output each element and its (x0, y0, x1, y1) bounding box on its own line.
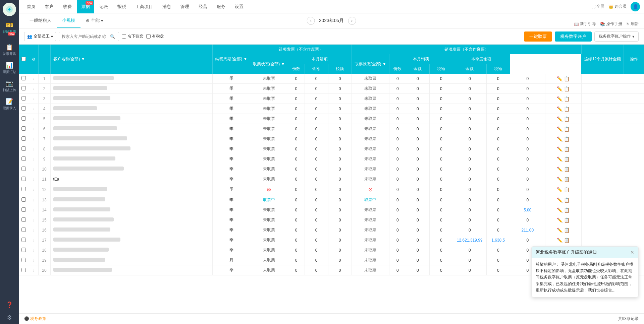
copy-icon[interactable]: 📋 (564, 86, 570, 91)
youshui-checkbox-label[interactable]: 有税盘 (146, 34, 164, 39)
sidebar-item-help[interactable]: ❓ (6, 299, 13, 311)
edit-icon[interactable]: ✏️ (557, 76, 562, 81)
edit-icon[interactable]: ✏️ (557, 96, 562, 102)
row-checkbox[interactable] (21, 126, 26, 131)
youshui-checkbox[interactable] (146, 34, 151, 39)
copy-icon[interactable]: 📋 (564, 177, 570, 182)
edit-icon[interactable]: ✏️ (557, 146, 562, 152)
row-checkbox[interactable] (21, 268, 26, 272)
customer-search[interactable]: 🔍 (59, 32, 119, 41)
shuiwu-caozuo-button[interactable]: 税务数字账户操作 ▾ (594, 31, 639, 42)
tab-yiban[interactable]: 一般纳税人 (24, 13, 57, 28)
sidebar-item-fapiaokaiju[interactable]: 📋 发票开具 (0, 41, 19, 59)
row-checkbox[interactable] (21, 197, 26, 202)
sidebar-item-zhineng[interactable]: 🎫 智能取票 new (0, 19, 19, 41)
employee-select[interactable]: 👥 全部员工 ▾ (24, 32, 56, 41)
th-period[interactable]: 纳税周期(全部) ▼ (213, 45, 250, 74)
tab-xiaogui[interactable]: 小规模 (57, 13, 80, 28)
th-jinxiao-status[interactable]: 取票状态(全部) ▼ (250, 54, 288, 74)
nav-shoufei[interactable]: 收费 (59, 0, 76, 13)
zhangdan-checkbox[interactable] (122, 34, 126, 39)
prev-month-button[interactable]: ‹ (307, 17, 315, 25)
row-checkbox[interactable] (21, 207, 26, 212)
copy-icon[interactable]: 📋 (564, 146, 570, 152)
edit-icon[interactable]: ✏️ (557, 86, 562, 91)
copy-icon[interactable]: 📋 (564, 228, 570, 233)
new-guide-button[interactable]: 📖 新手引导 (574, 21, 596, 27)
zhangdan-checkbox-label[interactable]: 名下账套 (122, 34, 144, 39)
edit-icon[interactable]: ✏️ (557, 238, 562, 243)
nav-jizhan[interactable]: 记账 (95, 0, 112, 13)
copy-icon[interactable]: 📋 (564, 167, 570, 172)
row-checkbox[interactable] (21, 228, 26, 232)
sidebar-item-scan[interactable]: 📷 扫描上传 (0, 77, 19, 95)
edit-icon[interactable]: ✏️ (557, 177, 562, 182)
lianxu-link[interactable]: 5.00 (524, 208, 531, 212)
row-checkbox[interactable] (21, 238, 26, 242)
nav-baoshui[interactable]: 报税 (113, 0, 130, 13)
copy-icon[interactable]: 📋 (564, 156, 570, 162)
sidebar-item-fplurun[interactable]: 📝 票据录入 (0, 95, 19, 113)
copy-icon[interactable]: 📋 (564, 187, 570, 192)
refresh-button[interactable]: ↻ 刷新 (626, 21, 639, 27)
copy-icon[interactable]: 📋 (564, 217, 570, 223)
tab-quanbu[interactable]: ⊕ 全能 ▾ (80, 13, 109, 28)
sidebar-item-settings[interactable]: ⚙ (6, 311, 13, 324)
search-input[interactable] (62, 34, 109, 39)
edit-icon[interactable]: ✏️ (557, 136, 562, 142)
copy-icon[interactable]: 📋 (564, 116, 570, 122)
row-checkbox[interactable] (21, 187, 26, 191)
nav-home[interactable]: 首页 (23, 0, 40, 13)
nav-xiaoxi[interactable]: 消息 (158, 0, 175, 13)
notification-close-button[interactable]: ✕ (630, 250, 634, 255)
th-name[interactable]: 客户名称(全部) ▼ (50, 45, 213, 74)
th-xiaoxiao-status[interactable]: 取票状态(全部) ▼ (352, 54, 389, 74)
edit-icon[interactable]: ✏️ (557, 187, 562, 192)
manual-button[interactable]: 📚 操作手册 (600, 21, 622, 27)
th-settings[interactable]: ⚙ (29, 45, 38, 74)
next-month-button[interactable]: › (348, 17, 356, 25)
row-checkbox[interactable] (21, 86, 26, 90)
row-checkbox[interactable] (21, 248, 26, 252)
copy-icon[interactable]: 📋 (564, 207, 570, 213)
copy-icon[interactable]: 📋 (564, 136, 570, 142)
edit-icon[interactable]: ✏️ (557, 116, 562, 122)
sidebar-item-fphuizong[interactable]: 📊 票据汇总 (0, 59, 19, 77)
user-avatar[interactable]: 👤 (631, 2, 640, 11)
edit-icon[interactable]: ✏️ (557, 106, 562, 112)
nav-shezhi[interactable]: 设置 (231, 0, 248, 13)
nav-kehu[interactable]: 客户 (41, 0, 58, 13)
copy-icon[interactable]: 📋 (564, 238, 570, 243)
row-checkbox[interactable] (21, 106, 26, 111)
row-checkbox[interactable] (21, 156, 26, 161)
edit-icon[interactable]: ✏️ (557, 197, 562, 203)
row-checkbox[interactable] (21, 217, 26, 222)
row-checkbox[interactable] (21, 96, 26, 101)
row-checkbox[interactable] (21, 146, 26, 151)
edit-icon[interactable]: ✏️ (557, 167, 562, 172)
select-all-checkbox[interactable] (21, 57, 26, 61)
edit-icon[interactable]: ✏️ (557, 228, 562, 233)
yijian-qupiao-button[interactable]: 一键取票 (524, 31, 552, 42)
edit-icon[interactable]: ✏️ (557, 217, 562, 223)
vip-button[interactable]: 👑 购会员 (608, 4, 627, 9)
edit-icon[interactable]: ✏️ (557, 126, 562, 132)
row-checkbox[interactable] (21, 116, 26, 121)
nav-jingying[interactable]: 经营 (195, 0, 211, 13)
row-checkbox[interactable] (21, 167, 26, 171)
copy-icon[interactable]: 📋 (564, 96, 570, 102)
row-checkbox[interactable] (21, 76, 26, 80)
copy-icon[interactable]: 📋 (564, 76, 570, 81)
copy-icon[interactable]: 📋 (564, 126, 570, 132)
copy-icon[interactable]: 📋 (564, 106, 570, 112)
edit-icon[interactable]: ✏️ (557, 156, 562, 162)
nav-gongshang[interactable]: 工商项目 (131, 0, 157, 13)
row-checkbox[interactable] (21, 177, 26, 181)
nav-fuwu[interactable]: 服务 (213, 0, 229, 13)
copy-icon[interactable]: 📋 (564, 197, 570, 203)
row-checkbox[interactable] (21, 258, 26, 262)
th-select[interactable] (19, 45, 29, 74)
benji-je-link[interactable]: 12,621,319.99 (457, 238, 483, 243)
lianxu-link[interactable]: 211.00 (521, 228, 534, 233)
nav-piaoju[interactable]: 票据 new (77, 0, 94, 13)
